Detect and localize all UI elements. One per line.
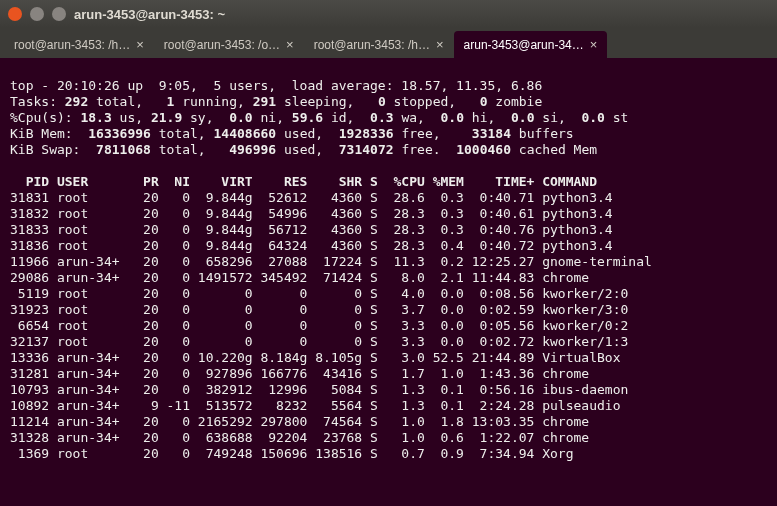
close-icon[interactable]: ×	[286, 37, 294, 52]
titlebar[interactable]: arun-3453@arun-3453: ~	[0, 0, 777, 28]
close-icon[interactable]	[8, 7, 22, 21]
close-icon[interactable]: ×	[136, 37, 144, 52]
top-columns-header: PID USER PR NI VIRT RES SHR S %CPU %MEM …	[10, 174, 667, 189]
terminal-output[interactable]: top - 20:10:26 up 9:05, 5 users, load av…	[0, 58, 777, 506]
tab-1[interactable]: root@arun-3453: /o…×	[154, 31, 304, 58]
minimize-icon[interactable]	[30, 7, 44, 21]
top-cpu-line: %Cpu(s): 18.3 us, 21.9 sy, 0.0 ni, 59.6 …	[10, 110, 628, 125]
maximize-icon[interactable]	[52, 7, 66, 21]
tab-label: root@arun-3453: /h…	[314, 38, 430, 52]
top-tasks-line: Tasks: 292 total, 1 running, 291 sleepin…	[10, 94, 542, 109]
tab-2[interactable]: root@arun-3453: /h…×	[304, 31, 454, 58]
close-icon[interactable]: ×	[590, 37, 598, 52]
tab-label: root@arun-3453: /o…	[164, 38, 280, 52]
tab-label: root@arun-3453: /h…	[14, 38, 130, 52]
tab-bar: root@arun-3453: /h…×root@arun-3453: /o…×…	[0, 28, 777, 58]
tab-label: arun-3453@arun-34…	[464, 38, 584, 52]
top-mem-line: KiB Mem: 16336996 total, 14408660 used, …	[10, 126, 574, 141]
top-process-list: 31831 root 20 0 9.844g 52612 4360 S 28.6…	[10, 190, 652, 461]
tab-0[interactable]: root@arun-3453: /h…×	[4, 31, 154, 58]
close-icon[interactable]: ×	[436, 37, 444, 52]
terminal-window: arun-3453@arun-3453: ~ root@arun-3453: /…	[0, 0, 777, 506]
top-swap-line: KiB Swap: 7811068 total, 496996 used, 73…	[10, 142, 597, 157]
window-title: arun-3453@arun-3453: ~	[74, 7, 225, 22]
top-summary-line: top - 20:10:26 up 9:05, 5 users, load av…	[10, 78, 542, 93]
tab-3[interactable]: arun-3453@arun-34…×	[454, 31, 608, 58]
